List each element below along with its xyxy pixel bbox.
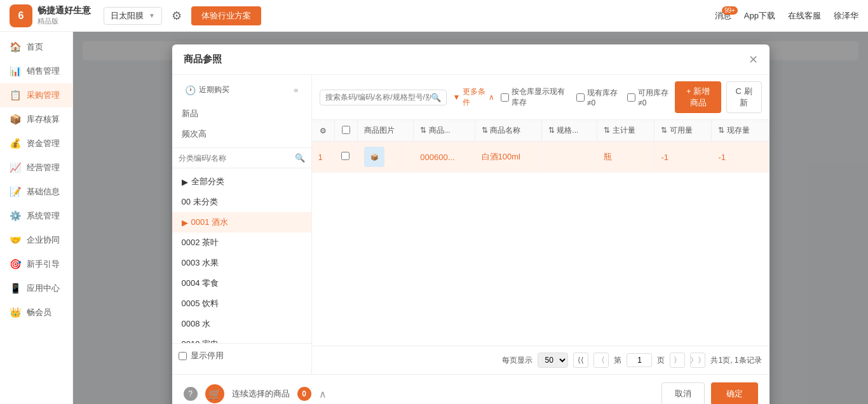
show-disabled-label[interactable]: 显示停用 [191,350,224,361]
member-icon: 👑 [10,307,22,318]
show-disabled-checkbox[interactable] [179,352,187,360]
sidebar-item-member[interactable]: 👑 畅会员 [0,300,72,325]
sidebar-item-guide[interactable]: 🎯 新手引导 [0,252,72,276]
category-item-all[interactable]: ▶ 全部分类 [172,172,311,192]
selector-arrow-icon: ▼ [149,12,155,19]
existing-stock-checkbox[interactable] [576,93,585,102]
td-available: -1 [654,142,712,173]
pagination-bar: 每页显示 50 ⟨⟨ 〈 第 页 〉 〉〉 共1页, 1条记录 [312,346,770,374]
th-code[interactable]: ⇅ 商品... [414,120,475,142]
page-total-info: 共1页, 1条记录 [710,355,761,366]
finance-icon: 💰 [10,138,22,149]
category-item-water[interactable]: 0008 水 [172,314,311,334]
sidebar-item-enterprise[interactable]: 🤝 企业协同 [0,228,72,252]
modal-toolbar: 🔍 ▼ 更多条件 ∧ 按仓库显示现有库存 [312,75,770,120]
enterprise-icon: 🤝 [10,234,22,246]
sidebar-item-sales[interactable]: 📊 销售管理 [0,59,72,83]
cb-warehouse: 按仓库显示现有库存 [501,86,567,108]
category-search-icon: 🔍 [295,153,305,163]
cancel-button[interactable]: 取消 [661,382,705,404]
table-row[interactable]: 1 📦 000600... 白酒100ml 瓶 [312,142,770,173]
warehouse-checkbox[interactable] [501,93,509,102]
sidebar-item-system[interactable]: ⚙️ 系统管理 [0,204,72,228]
td-checkbox[interactable] [335,142,358,173]
category-search-input[interactable] [179,154,295,163]
next-page-button[interactable]: 〉 [670,353,685,368]
sidebar-item-basic-info[interactable]: 📝 基础信息 [0,180,72,204]
th-stock[interactable]: ⇅ 现存量 [712,120,769,142]
purchase-icon: 📋 [10,90,22,101]
app-download-link[interactable]: App下载 [744,10,775,22]
tab-new-product[interactable]: 新品 [172,104,311,124]
th-available[interactable]: ⇅ 可用量 [654,120,712,142]
product-search-icon: 🔍 [431,93,441,102]
th-checkbox[interactable] [335,120,358,142]
system-icon: ⚙️ [10,210,22,222]
settings-icon[interactable]: ⚙ [172,9,182,23]
category-item-liquor[interactable]: ▶ 0001 酒水 [172,212,311,232]
prev-page-button[interactable]: 〈 [593,353,609,368]
recent-purchase-btn[interactable]: 🕐 近期购买 [179,81,236,98]
category-item-appliance[interactable]: 0010 家电 [172,334,311,343]
navbar-right: 消息 99+ App下载 在线客服 徐泽华 [715,10,858,22]
modal-close-icon[interactable]: ✕ [749,54,758,65]
table-header-row: ⚙ 商品图片 ⇅ 商品... ⇅ 商品名称 ⇅ 规格... ⇅ 主计量 ⇅ 可用… [312,120,770,142]
td-unit: 瓶 [597,142,654,173]
th-settings[interactable]: ⚙ [312,120,335,142]
toolbar-action-buttons: + 新增商品 C 刷新 [675,81,761,113]
user-menu[interactable]: 徐泽华 [834,10,858,22]
collapse-footer-icon[interactable]: ∧ [319,388,327,400]
category-item-snack[interactable]: 0004 零食 [172,273,311,293]
more-filter-button[interactable]: ▼ 更多条件 ∧ [453,86,494,108]
last-page-button[interactable]: 〉〉 [690,353,705,368]
sort-code-icon: ⇅ [420,126,426,135]
sidebar-item-finance[interactable]: 💰 资金管理 [0,131,72,156]
home-icon: 🏠 [10,41,22,53]
operations-icon: 📈 [10,162,22,173]
sidebar-item-app-center[interactable]: 📱 应用中心 [0,276,72,300]
th-spec[interactable]: ⇅ 规格... [541,120,597,142]
sidebar-item-purchase[interactable]: 📋 采购管理 [0,83,72,107]
sidebar-item-operations[interactable]: 📈 经营管理 [0,156,72,180]
add-product-button[interactable]: + 新增商品 [675,81,721,113]
category-item-fruit[interactable]: 0003 水果 [172,253,311,273]
help-icon[interactable]: ? [184,387,198,401]
product-table-wrap: ⚙ 商品图片 ⇅ 商品... ⇅ 商品名称 ⇅ 规格... ⇅ 主计量 ⇅ 可用… [312,120,770,346]
refresh-button[interactable]: C 刷新 [726,81,762,113]
category-item-beverage[interactable]: 0005 饮料 [172,293,311,314]
th-name[interactable]: ⇅ 商品名称 [475,120,541,142]
cb-existing: 现有库存≠0 [576,88,618,107]
filter-arrow-icon: ∧ [489,93,494,102]
expand-arrow-icon: ▶ [182,177,188,187]
select-all-checkbox[interactable] [342,126,350,134]
th-unit[interactable]: ⇅ 主计量 [597,120,654,142]
messages-button[interactable]: 消息 99+ [715,10,731,22]
page-number-input[interactable] [627,353,652,367]
app-brand: 畅捷通好生意 精品版 [37,5,91,26]
modal-right-panel: 🔍 ▼ 更多条件 ∧ 按仓库显示现有库存 [312,75,770,374]
per-page-select[interactable]: 50 [538,353,568,368]
sidebar-item-inventory[interactable]: 📦 库存核算 [0,107,72,131]
row-checkbox[interactable] [341,152,349,160]
product-search-box: 🔍 [320,90,447,105]
category-list: ▶ 全部分类 00 未分类 ▶ 0001 酒水 0002 茶 [172,172,311,343]
category-item-tea[interactable]: 0002 茶叶 [172,232,311,253]
trial-button[interactable]: 体验行业方案 [191,6,261,25]
recent-icon: 🕐 [185,85,196,95]
sort-unit-icon: ⇅ [604,126,610,135]
tab-frequent[interactable]: 频次高 [172,124,311,144]
collapse-left-icon[interactable]: « [287,82,304,98]
store-selector[interactable]: 日太阳膜 ▼ [104,7,162,25]
available-stock-checkbox[interactable] [627,93,635,102]
cart-icon[interactable]: 🛒 [205,384,224,403]
first-page-button[interactable]: ⟨⟨ [573,353,588,368]
product-search-input[interactable] [325,93,431,102]
online-service-link[interactable]: 在线客服 [788,10,821,22]
sales-icon: 📊 [10,65,22,77]
confirm-button[interactable]: 确定 [711,382,758,404]
td-stock: -1 [712,142,769,173]
category-item-uncategorized[interactable]: 00 未分类 [172,192,311,212]
sidebar-item-home[interactable]: 🏠 首页 [0,35,72,59]
modal-overlay: 商品参照 ✕ 🕐 近期购买 « [73,32,868,404]
filter-checkboxes: 按仓库显示现有库存 现有库存≠0 可用库存≠0 [501,86,669,108]
